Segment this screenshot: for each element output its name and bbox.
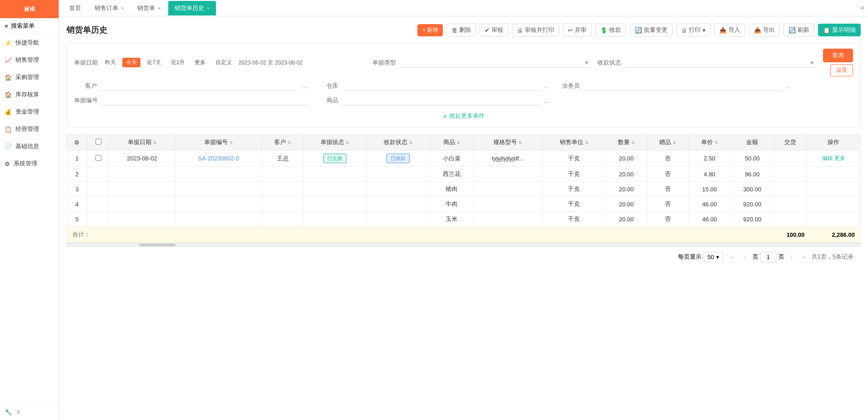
- next-page-button[interactable]: ›: [786, 251, 797, 262]
- sidebar-item-quick-nav[interactable]: ⚡ 快捷导航: [0, 34, 59, 51]
- tab-home[interactable]: 首页: [63, 1, 87, 15]
- collect-button[interactable]: 💲 收款: [595, 24, 626, 36]
- spec-type-sort-icon[interactable]: ⇅: [518, 140, 522, 145]
- unit-price-sort-icon[interactable]: ⇅: [714, 140, 718, 145]
- horizontal-scrollbar[interactable]: [66, 243, 861, 246]
- goods-dots[interactable]: ...: [544, 96, 550, 105]
- sidebar-item-ops-mgmt[interactable]: 📋 经营管理: [0, 120, 59, 138]
- first-page-button[interactable]: «: [727, 251, 738, 262]
- scroll-thumb[interactable]: [139, 244, 176, 246]
- audit-print-button[interactable]: 🖨 审核并打印: [512, 24, 559, 36]
- date-chip-7days[interactable]: 近7天: [143, 58, 165, 67]
- date-chip-today[interactable]: 今天: [122, 58, 140, 67]
- row-checkbox[interactable]: [95, 155, 101, 161]
- tab-sales-delivery-close[interactable]: ×: [158, 5, 161, 11]
- sidebar-item-purchase-mgmt[interactable]: 🏠 采购管理: [0, 69, 59, 86]
- page-size-chevron-icon: ▾: [716, 254, 719, 260]
- collect-status-sort-icon[interactable]: ⇅: [409, 140, 412, 145]
- sales-rep-input[interactable]: [583, 81, 782, 91]
- page-size-dropdown[interactable]: 50 ▾: [703, 252, 723, 262]
- page-number-input[interactable]: [760, 252, 777, 262]
- warehouse-input[interactable]: [342, 81, 540, 91]
- query-button[interactable]: 查询: [823, 49, 853, 62]
- gift-sort-icon[interactable]: ⇅: [672, 140, 676, 145]
- sidebar-bottom-icon1[interactable]: 🔧: [5, 409, 12, 415]
- abandon-button[interactable]: ↩ 弃审: [563, 24, 592, 36]
- quantity-sort-icon[interactable]: ⇅: [631, 140, 635, 145]
- tabbar-window-close[interactable]: ×: [860, 4, 864, 12]
- sidebar-item-system-mgmt[interactable]: ⚙ 系统管理: [0, 155, 59, 172]
- last-page-button[interactable]: »: [799, 251, 810, 262]
- page-header: 销货单历史 + 新增 🗑 删除 ✔ 审核 🖨 审核并打印 ↩ 弃审: [66, 24, 861, 36]
- sidebar-item-finance-mgmt[interactable]: 💰 资金管理: [0, 103, 59, 120]
- tab-sales-order[interactable]: 销售订单 ×: [88, 1, 130, 15]
- batch-change-button[interactable]: 🔄 批量变更: [630, 24, 672, 36]
- collapse-button[interactable]: ∧ 收起更多条件: [74, 110, 853, 122]
- customer-input[interactable]: [100, 81, 299, 91]
- sidebar-item-search-menu[interactable]: ≡ 搜索菜单: [0, 18, 59, 34]
- date-chip-1month[interactable]: 近1月: [167, 58, 189, 67]
- table-settings-icon[interactable]: ⚙: [74, 139, 80, 146]
- table-container: ⚙ 单据日期 ⇅ 单据编号: [66, 134, 861, 267]
- sales-rep-dots[interactable]: ...: [785, 82, 791, 90]
- doc-date-sort-icon[interactable]: ⇅: [153, 140, 156, 145]
- date-chip-custom[interactable]: 自定义: [212, 58, 236, 67]
- row-unit-price-4: 46.00: [689, 212, 731, 227]
- setting-button[interactable]: 设置: [830, 64, 853, 76]
- row-checkbox-2[interactable]: [87, 182, 109, 197]
- sidebar-item-basic-info[interactable]: 📄 基础信息: [0, 138, 59, 155]
- new-button[interactable]: + 新增: [417, 24, 443, 36]
- export-button[interactable]: 📤 导出: [749, 24, 780, 36]
- date-chip-yesterday[interactable]: 昨天: [101, 58, 120, 67]
- customer-sort-icon[interactable]: ⇅: [287, 140, 291, 145]
- page-word: 页: [753, 253, 758, 261]
- row-spec-type-1: [473, 167, 542, 182]
- col-settings[interactable]: ⚙: [67, 135, 88, 150]
- row-checkbox-4[interactable]: [87, 212, 109, 227]
- refresh-button[interactable]: 🔃 刷新: [783, 24, 814, 36]
- print-button[interactable]: 🖨 打印 ▾: [676, 24, 711, 36]
- action-link[interactable]: 更多: [834, 155, 845, 161]
- page-word2: 页: [778, 253, 784, 261]
- audit-button[interactable]: ✔ 审核: [480, 24, 508, 36]
- doc-status-sort-icon[interactable]: ⇅: [346, 140, 349, 145]
- sales-unit-sort-icon[interactable]: ⇅: [585, 140, 588, 145]
- tab-sales-history[interactable]: 销货单历史 ×: [168, 1, 216, 15]
- doc-no-link[interactable]: SA-20230602-0: [198, 155, 239, 162]
- import-button[interactable]: 📥 导入: [714, 24, 745, 36]
- row-gift-3: 否: [647, 197, 689, 212]
- sidebar-item-sales-mgmt[interactable]: 📈 销售管理: [0, 51, 59, 69]
- goods-sort-icon[interactable]: ⇅: [457, 140, 460, 145]
- row-collect-status-2: [366, 182, 430, 197]
- warehouse-dots[interactable]: ...: [544, 82, 550, 90]
- row-checkbox-1[interactable]: [87, 167, 109, 182]
- prev-page-button[interactable]: ‹: [740, 251, 751, 262]
- show-detail-button[interactable]: 📋 显示明细: [818, 24, 861, 36]
- tab-sales-history-close[interactable]: ×: [207, 5, 210, 11]
- sidebar-item-label: 资金管理: [15, 108, 39, 116]
- search-menu-icon: ≡: [5, 23, 8, 30]
- col-doc-status: 单据状态 ⇅: [303, 135, 366, 150]
- sidebar-bottom-icon2[interactable]: ⏸: [15, 409, 21, 415]
- date-chip-more[interactable]: 更多: [191, 58, 209, 67]
- collect-status-select[interactable]: ▾: [625, 58, 816, 68]
- row-customer-4: [262, 212, 304, 227]
- row-amount-0: 50.00: [730, 150, 774, 167]
- row-checkbox-0[interactable]: [87, 150, 109, 167]
- row-quantity-4: 20.00: [606, 212, 647, 227]
- action-link[interactable]: 编辑: [822, 155, 833, 161]
- goods-input[interactable]: [342, 95, 540, 105]
- delete-button[interactable]: 🗑 删除: [447, 24, 476, 36]
- sidebar-item-inventory-calc[interactable]: 🏠 库存核算: [0, 86, 59, 103]
- doc-type-select[interactable]: ▾: [400, 58, 591, 68]
- row-sales-unit-3: 千克: [542, 197, 606, 212]
- doc-type-chevron-icon: ▾: [585, 59, 588, 66]
- tab-sales-order-close[interactable]: ×: [121, 5, 124, 11]
- doc-no-sort-icon[interactable]: ⇅: [229, 140, 233, 145]
- select-all-checkbox[interactable]: [95, 139, 101, 145]
- tab-sales-delivery[interactable]: 销货单 ×: [131, 1, 167, 15]
- customer-dots[interactable]: ...: [302, 82, 308, 90]
- row-checkbox-3[interactable]: [87, 197, 109, 212]
- doc-no-input[interactable]: [101, 95, 308, 105]
- row-actions-1: [807, 167, 860, 182]
